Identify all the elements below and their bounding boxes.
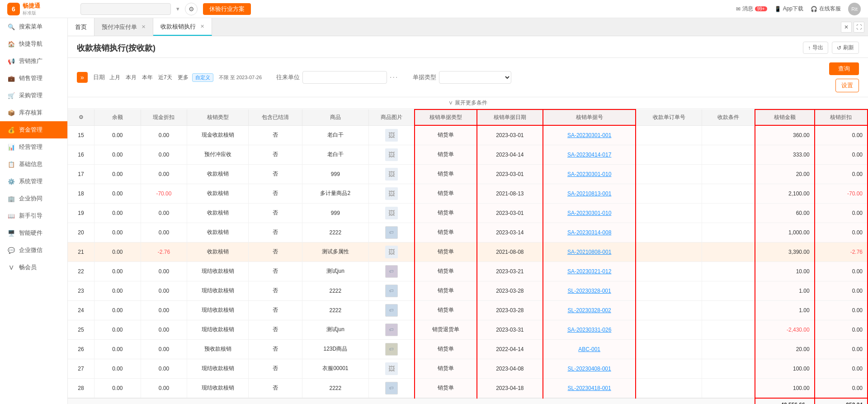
filter-from-unit: 往来单位 ··· <box>276 71 398 84</box>
cell-doc-date: 2021-08-08 <box>477 242 543 261</box>
expand-more-bar[interactable]: ∨ 展开更多条件 <box>68 97 868 109</box>
table-row: 21 0.00 -2.76 收款核销 否 测试多属性 🖼 销货单 2021-08… <box>68 242 868 261</box>
cell-doc-date: 2023-04-14 <box>477 145 543 164</box>
cell-receipt-cond <box>702 320 755 339</box>
cell-product: 2222 <box>302 223 369 242</box>
col-writeoff-type-header: 核销类型 <box>187 109 249 125</box>
tab-prepay[interactable]: 预付冲应付单 ✕ <box>94 18 153 36</box>
sidebar-item-marketing[interactable]: 📢 营销推广 <box>0 52 67 70</box>
tab-prepay-close[interactable]: ✕ <box>142 24 146 30</box>
doc-no-link[interactable]: SA-20210813-001 <box>567 190 611 197</box>
sidebar-item-search[interactable]: 🔍 搜索菜单 <box>0 18 67 35</box>
sidebar-item-basic-info[interactable]: 📋 基础信息 <box>0 156 67 173</box>
doc-no-link[interactable]: SL-20230408-001 <box>568 366 611 372</box>
cell-discount: 0.00 <box>815 164 868 184</box>
tab-writeoff-close[interactable]: ✕ <box>200 24 204 29</box>
this-year-btn[interactable]: 本年 <box>140 73 155 82</box>
doc-no-link[interactable]: SA-20230301-001 <box>567 132 611 138</box>
cell-product: 测试多属性 <box>302 242 369 261</box>
cell-settled: 否 <box>249 223 302 242</box>
query-button[interactable]: 查询 <box>829 62 859 75</box>
sidebar-item-finance[interactable]: 💰 资金管理 <box>0 121 67 138</box>
refresh-button[interactable]: ↺ 刷新 <box>832 42 859 54</box>
cell-receipt-cond <box>702 378 755 398</box>
sidebar-item-member[interactable]: V 畅会员 <box>0 259 67 276</box>
sidebar-item-system[interactable]: ⚙️ 系统管理 <box>0 173 67 190</box>
more-dates-btn[interactable]: 更多 <box>176 73 190 82</box>
tab-writeoff[interactable]: 收款核销执行 ✕ <box>153 18 212 36</box>
cell-doc-date: 2023-03-28 <box>477 281 543 300</box>
cell-settled: 否 <box>249 320 302 339</box>
cell-product: 2222 <box>302 281 369 300</box>
from-unit-input[interactable] <box>302 71 387 84</box>
sidebar-item-operations[interactable]: 📊 经营管理 <box>0 138 67 156</box>
filter-expand-button[interactable]: » <box>77 72 88 83</box>
cell-writeoff-type: 现结收款核销 <box>187 300 249 320</box>
sidebar-item-enterprise[interactable]: 🏢 企业协同 <box>0 190 67 207</box>
cell-amount: 333.00 <box>755 145 815 164</box>
cell-receipt-no <box>636 242 702 261</box>
from-unit-more-icon[interactable]: ··· <box>390 73 398 81</box>
doc-no-link[interactable]: SA-20230301-010 <box>567 210 611 216</box>
last-7days-btn[interactable]: 近7天 <box>156 73 174 82</box>
cell-discount: 0.00 <box>815 145 868 164</box>
user-avatar[interactable]: Rit <box>848 3 861 15</box>
doc-no-link[interactable]: SA-20230414-017 <box>567 152 611 158</box>
doc-no-link[interactable]: SL-20230418-001 <box>568 385 611 391</box>
table-header-row: ⚙ 余额 现金折扣 核销类型 包含已结清 商品 商品图片 核销单据类型 核销单据… <box>68 109 868 125</box>
doc-no-link[interactable]: SA-20210808-001 <box>567 249 611 255</box>
settings-icon[interactable]: ⚙ <box>185 3 198 15</box>
logo-text: 畅捷通 标准版 <box>23 2 40 16</box>
sidebar-item-purchase[interactable]: 🛒 采购管理 <box>0 87 67 104</box>
cell-doc-no: ABC-001 <box>543 339 636 359</box>
doc-no-link[interactable]: ABC-001 <box>578 346 600 352</box>
cell-balance: 0.00 <box>94 261 141 281</box>
dropdown-arrow-icon[interactable]: ▾ <box>176 5 179 12</box>
cell-no: 17 <box>68 164 94 184</box>
app-download-item[interactable]: 📱 App下载 <box>774 5 803 13</box>
export-button[interactable]: ↑ 导出 <box>803 42 828 54</box>
table-row: 24 0.00 0.00 现结收款核销 否 2222 🏷 销货单 2023-03… <box>68 300 868 320</box>
sidebar-item-inventory[interactable]: 📦 库存核算 <box>0 104 67 121</box>
cell-writeoff-type: 收款核销 <box>187 203 249 223</box>
cell-doc-no: SA-20210808-001 <box>543 242 636 261</box>
tab-close-all-btn[interactable]: ✕ <box>841 22 852 33</box>
top-search-input[interactable] <box>80 3 171 15</box>
tab-home[interactable]: 首页 <box>68 18 94 36</box>
cell-doc-no: SA-20230414-017 <box>543 145 636 164</box>
cell-receipt-cond <box>702 261 755 281</box>
last-month-btn[interactable]: 上月 <box>108 73 122 82</box>
col-settings-header[interactable]: ⚙ <box>68 109 94 125</box>
enterprise-icon: 🏢 <box>7 195 15 203</box>
doc-no-link[interactable]: SA-20230314-008 <box>567 229 611 236</box>
sidebar-item-hardware[interactable]: 🖥️ 智能硬件 <box>0 224 67 242</box>
filter-settings-button[interactable]: 设置 <box>835 79 859 92</box>
this-month-btn[interactable]: 本月 <box>124 73 138 82</box>
doc-no-link[interactable]: SL-20230328-002 <box>568 307 611 314</box>
filter-bar: » 日期 上月 本月 本年 近7天 更多 自定义 不限 至 2023-07-26… <box>68 58 868 97</box>
sidebar-item-wechat[interactable]: 💬 企业微信 <box>0 242 67 259</box>
doc-no-link[interactable]: SA-20230321-012 <box>567 268 611 275</box>
sidebar-item-guide[interactable]: 📖 新手引导 <box>0 207 67 224</box>
message-item[interactable]: ✉ 消息 99+ <box>736 5 767 13</box>
sidebar-item-sales[interactable]: 💼 销售管理 <box>0 70 67 87</box>
cell-settled: 否 <box>249 378 302 398</box>
table-container[interactable]: ⚙ 余额 现金折扣 核销类型 包含已结清 商品 商品图片 核销单据类型 核销单据… <box>68 109 868 404</box>
doc-no-link[interactable]: SL-20230328-001 <box>568 288 611 294</box>
cell-settled: 否 <box>249 164 302 184</box>
tab-expand-btn[interactable]: ⛶ <box>854 22 864 33</box>
cell-product-img: 🏷 <box>368 261 415 281</box>
industry-button[interactable]: 休验行业方案 <box>203 3 251 15</box>
cell-writeoff-type: 现结收款核销 <box>187 359 249 378</box>
custom-date-btn[interactable]: 自定义 <box>192 73 213 82</box>
table-row: 18 0.00 -70.00 收款核销 否 多计量商品2 🖼 销货单 2021-… <box>68 184 868 203</box>
doc-no-link[interactable]: SA-20230301-010 <box>567 171 611 177</box>
doc-type-select[interactable] <box>439 71 511 84</box>
online-service-item[interactable]: 🎧 在线客服 <box>811 5 841 13</box>
cell-product: 2222 <box>302 378 369 398</box>
cell-cash-discount: -70.00 <box>141 184 187 203</box>
cell-amount: 20.00 <box>755 164 815 184</box>
doc-no-link[interactable]: SA-20230331-026 <box>567 327 611 333</box>
sidebar-item-quick-nav[interactable]: 🏠 快捷导航 <box>0 35 67 52</box>
cell-receipt-cond <box>702 242 755 261</box>
